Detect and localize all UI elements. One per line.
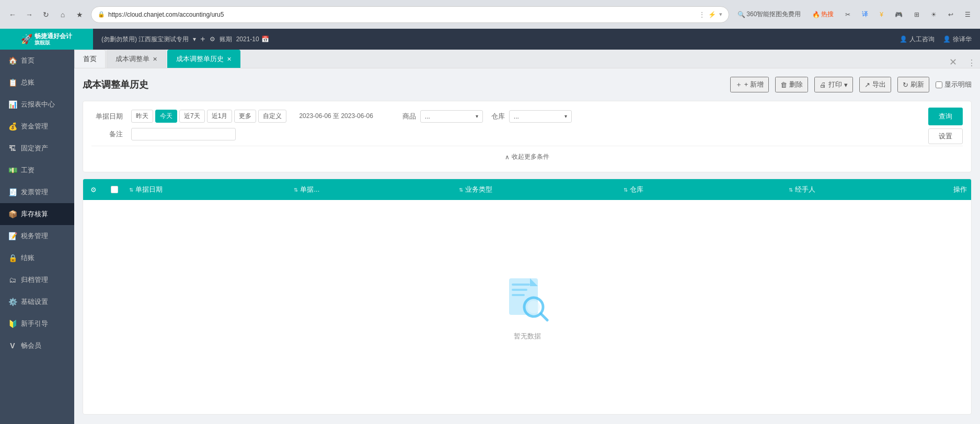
sidebar-item-home[interactable]: 🏠 首页	[0, 50, 74, 72]
settings-cog-icon[interactable]: ⚙	[210, 36, 215, 43]
tab-cost-adjust-history-close[interactable]: ✕	[227, 56, 232, 63]
tab-scroll-button[interactable]: ⋮	[963, 58, 980, 68]
refresh-browser-button[interactable]: ↻	[39, 7, 53, 22]
consult-button[interactable]: 👤 人工咨询	[900, 35, 935, 44]
back-button[interactable]: ←	[5, 7, 20, 22]
svg-rect-1	[512, 284, 530, 286]
period-label: 账期 2021-10 📅	[220, 35, 269, 44]
bookmark-button[interactable]: ★	[72, 7, 87, 22]
sort-icon-type: ⇅	[459, 187, 463, 193]
lightning-icon: ⚡	[708, 11, 716, 18]
sidebar-item-tax[interactable]: 📝 税务管理	[0, 225, 74, 247]
sidebar-item-archive[interactable]: 🗂 归档管理	[0, 269, 74, 291]
fixed-assets-icon: 🏗	[8, 144, 17, 152]
th-operator[interactable]: ⇅ 经手人	[785, 185, 949, 194]
goods-chevron-icon: ▾	[476, 113, 478, 119]
address-bar[interactable]: 🔒 https://cloud.chanjet.com/accounting/u…	[91, 6, 729, 23]
th-actions: 操作	[949, 185, 971, 194]
1month-btn[interactable]: 近1月	[207, 110, 233, 123]
page-title: 成本调整单历史	[83, 78, 148, 91]
lock-icon: 🔒	[98, 11, 105, 18]
scissors-button[interactable]: ✂	[841, 9, 855, 20]
display-detail-checkbox[interactable]	[936, 81, 942, 88]
date-filter-label: 单据日期	[91, 112, 123, 121]
th-warehouse[interactable]: ⇅ 仓库	[619, 185, 784, 194]
th-number[interactable]: ⇅ 单据...	[290, 185, 454, 194]
remark-filter-label: 备注	[91, 129, 123, 139]
app-header-center: (勿删勿禁用) 江西服宝测试专用 ▾ + ⚙ 账期 2021-10 📅	[93, 34, 891, 44]
add-icon[interactable]: +	[200, 34, 205, 44]
print-button[interactable]: 🖨 打印 ▾	[814, 77, 853, 92]
display-detail-toggle[interactable]: 显示明细	[936, 80, 972, 89]
empty-illustration: 暂无数据	[501, 242, 554, 372]
print-chevron-icon: ▾	[844, 81, 848, 89]
close-tab-area-button[interactable]: ✕	[943, 56, 963, 68]
filter-settings-button[interactable]: 设置	[928, 128, 963, 144]
table-settings-icon[interactable]: ⚙	[83, 186, 104, 194]
sort-icon-warehouse: ⇅	[624, 187, 628, 193]
th-type[interactable]: ⇅ 业务类型	[455, 185, 619, 194]
delete-button[interactable]: 🗑 删除	[775, 77, 808, 92]
brightness-button[interactable]: ☀	[927, 9, 941, 20]
date-filter-buttons: 昨天 今天 近7天 近1月 更多 自定义	[131, 110, 286, 123]
sidebar-item-invoice[interactable]: 🧾 发票管理	[0, 181, 74, 203]
browser-nav-buttons: ← → ↻ ⌂ ★	[5, 7, 87, 22]
delete-icon: 🗑	[780, 81, 787, 89]
sidebar-item-guide[interactable]: 🔰 新手引导	[0, 313, 74, 335]
sidebar-item-member[interactable]: V 畅会员	[0, 335, 74, 357]
search-tool-button[interactable]: 🔍 360智能抠图免费用	[733, 8, 805, 21]
goods-select[interactable]: ... ▾	[420, 110, 483, 123]
game-button[interactable]: 🎮	[891, 9, 907, 20]
refresh-icon: ↻	[903, 81, 908, 89]
warehouse-select[interactable]: ... ▾	[509, 110, 572, 123]
company-label: (勿删勿禁用) 江西服宝测试专用	[101, 35, 189, 44]
calendar-icon[interactable]: 📅	[261, 36, 269, 43]
user-profile-button[interactable]: 👤 徐译华	[943, 35, 972, 44]
tab-home[interactable]: 首页	[74, 50, 106, 68]
sidebar-item-inventory[interactable]: 📦 库存核算	[0, 203, 74, 225]
undo-button[interactable]: ↩	[944, 9, 958, 20]
page-content: 成本调整单历史 ＋ + 新增 🗑 删除 🖨 打印 ▾	[74, 68, 980, 424]
more-browser-button[interactable]: ☰	[961, 9, 975, 20]
translate-button[interactable]: 译	[858, 8, 872, 21]
home-icon: 🏠	[8, 56, 17, 65]
export-icon: ↗	[864, 81, 870, 89]
sidebar-item-payroll[interactable]: 💵 工资	[0, 159, 74, 181]
tab-cost-adjust-history[interactable]: 成本调整单历史 ✕	[167, 50, 240, 68]
tab-cost-adjust[interactable]: 成本调整单 ✕	[107, 50, 166, 68]
warehouse-chevron-icon: ▾	[564, 113, 567, 119]
forward-button[interactable]: →	[22, 7, 37, 22]
wallet-button[interactable]: ¥	[875, 9, 887, 20]
query-button[interactable]: 查询	[928, 108, 963, 125]
more-btn[interactable]: 更多	[234, 110, 256, 123]
hot-search-button[interactable]: 🔥 热搜	[808, 8, 838, 21]
remark-input[interactable]	[131, 128, 236, 140]
7days-btn[interactable]: 近7天	[179, 110, 205, 123]
select-all-checkbox[interactable]	[111, 186, 118, 193]
sidebar-item-reports[interactable]: 📊 云报表中心	[0, 93, 74, 115]
th-date[interactable]: ⇅ 单据日期	[125, 185, 290, 194]
tab-cost-adjust-close[interactable]: ✕	[153, 56, 157, 63]
sidebar-item-settings[interactable]: ⚙️ 基础设置	[0, 291, 74, 313]
grid-button[interactable]: ⊞	[910, 9, 924, 20]
table-select-all[interactable]	[104, 186, 125, 193]
collapse-button[interactable]: ∧ 收起更多条件	[91, 150, 963, 163]
dropdown-icon[interactable]: ▾	[193, 36, 196, 43]
export-button[interactable]: ↗ 导出	[859, 77, 891, 92]
page-title-row: 成本调整单历史 ＋ + 新增 🗑 删除 🖨 打印 ▾	[83, 77, 972, 92]
sidebar-item-fixed-assets[interactable]: 🏗 固定资产	[0, 137, 74, 159]
sidebar-item-closing[interactable]: 🔒 结账	[0, 247, 74, 269]
guide-icon: 🔰	[8, 320, 17, 328]
empty-icon-svg	[501, 273, 554, 325]
home-browser-button[interactable]: ⌂	[55, 7, 70, 22]
custom-btn[interactable]: 自定义	[258, 110, 286, 123]
yesterday-btn[interactable]: 昨天	[131, 110, 153, 123]
app-logo: 🚀 畅捷通好会计 旗舰版	[0, 29, 93, 50]
sidebar-item-funds[interactable]: 💰 资金管理	[0, 115, 74, 137]
new-button[interactable]: ＋ + 新增	[730, 77, 769, 92]
sidebar-item-ledger[interactable]: 📋 总账	[0, 72, 74, 93]
today-btn[interactable]: 今天	[155, 110, 177, 123]
refresh-button[interactable]: ↻ 刷新	[897, 77, 929, 92]
logo-subtitle: 旗舰版	[34, 40, 72, 46]
empty-state: 暂无数据	[83, 200, 971, 414]
